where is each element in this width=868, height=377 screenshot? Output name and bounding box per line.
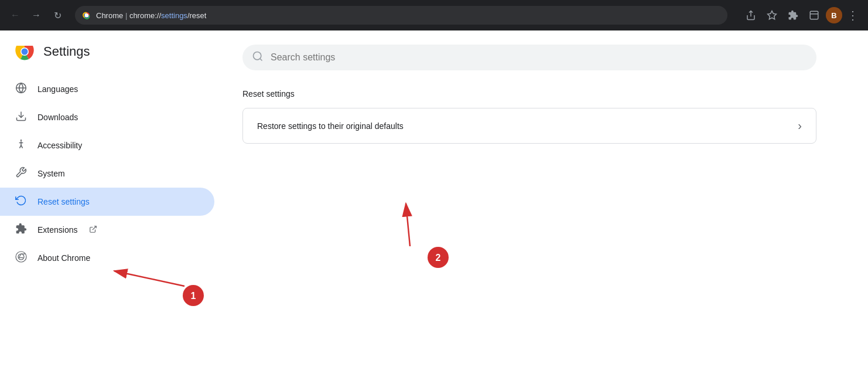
address-bar[interactable]: Chrome | chrome://settings/reset <box>75 6 727 25</box>
globe-icon <box>14 82 28 97</box>
wrench-icon <box>14 167 28 181</box>
sidebar-item-languages[interactable]: Languages <box>0 75 214 103</box>
toolbar-icons: B ⋮ <box>741 6 861 25</box>
share-button[interactable] <box>741 6 760 25</box>
download-icon <box>14 110 28 125</box>
browser-chrome-bar: ← → ↻ Chrome | chrome://settings/reset <box>0 0 868 30</box>
sidebar-item-accessibility[interactable]: Accessibility <box>0 131 214 159</box>
svg-point-18 <box>16 252 26 262</box>
url-prefix: chrome:// <box>129 11 161 20</box>
sidebar-nav: Languages Downloads <box>0 73 224 377</box>
forward-button[interactable]: → <box>28 7 45 23</box>
languages-label: Languages <box>37 84 78 94</box>
sidebar-item-reset[interactable]: Reset settings <box>0 188 214 216</box>
reset-card: Restore settings to their original defau… <box>242 108 816 144</box>
url-site: Chrome <box>96 11 123 20</box>
accessibility-icon <box>14 138 28 153</box>
restore-defaults-label: Restore settings to their original defau… <box>257 121 404 131</box>
downloads-label: Downloads <box>37 113 78 122</box>
search-input[interactable] <box>271 52 807 63</box>
svg-marker-2 <box>768 11 777 19</box>
reset-label: Reset settings <box>37 197 90 206</box>
sidebar-item-extensions[interactable]: Extensions <box>0 216 214 244</box>
reset-icon <box>14 195 28 209</box>
svg-rect-3 <box>810 11 818 19</box>
chrome-about-icon <box>14 251 28 266</box>
back-button[interactable]: ← <box>7 7 23 23</box>
tab-layout-button[interactable] <box>805 6 823 25</box>
url-suffix: /reset <box>187 11 207 20</box>
search-bar-container <box>242 45 849 70</box>
svg-line-21 <box>260 58 262 60</box>
sidebar-item-system[interactable]: System <box>0 159 214 188</box>
search-bar[interactable] <box>242 45 816 70</box>
reload-button[interactable]: ↻ <box>49 7 66 23</box>
settings-page: Settings Languages <box>0 30 868 377</box>
sidebar-item-downloads[interactable]: Downloads <box>0 103 214 131</box>
external-link-icon <box>89 225 97 235</box>
about-chrome-label: About Chrome <box>37 253 90 263</box>
svg-line-16 <box>21 145 23 148</box>
search-icon <box>252 50 264 65</box>
more-menu-button[interactable]: ⋮ <box>845 6 861 25</box>
url-path: settings <box>161 11 187 20</box>
svg-point-8 <box>22 49 28 55</box>
main-content: Reset settings Restore settings to their… <box>224 30 868 377</box>
bookmark-button[interactable] <box>763 6 781 25</box>
restore-defaults-item[interactable]: Restore settings to their original defau… <box>243 108 816 143</box>
restore-defaults-arrow: › <box>798 119 802 133</box>
chrome-favicon-icon <box>82 11 91 20</box>
chrome-logo-icon <box>14 41 35 62</box>
sidebar: Settings Languages <box>0 30 224 377</box>
profile-button[interactable]: B <box>826 7 842 23</box>
address-bar-text: Chrome | chrome://settings/reset <box>96 11 206 20</box>
svg-point-12 <box>20 140 22 141</box>
extensions-button[interactable] <box>784 6 802 25</box>
sidebar-title: Settings <box>43 44 90 59</box>
extensions-nav-label: Extensions <box>37 225 77 235</box>
accessibility-label: Accessibility <box>37 141 82 150</box>
svg-line-17 <box>93 226 96 229</box>
sidebar-item-about[interactable]: About Chrome <box>0 244 214 272</box>
sidebar-header: Settings <box>0 30 224 73</box>
svg-point-20 <box>254 52 261 59</box>
system-label: System <box>37 169 65 178</box>
section-title: Reset settings <box>242 89 849 99</box>
extensions-nav-icon <box>14 223 28 237</box>
svg-point-1 <box>86 14 88 16</box>
